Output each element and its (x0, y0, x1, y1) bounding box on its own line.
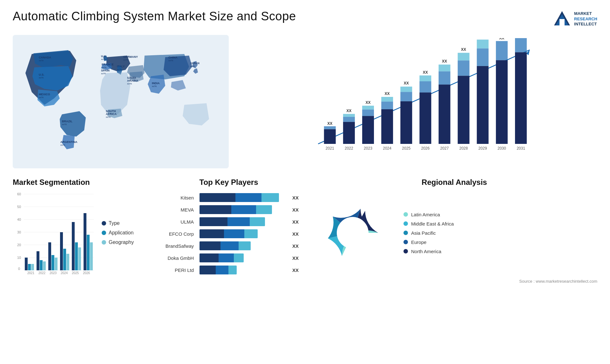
svg-rect-41 (400, 92, 412, 101)
page-header: Automatic Climbing System Market Size an… (13, 10, 597, 29)
svg-rect-32 (362, 106, 374, 110)
player-name-meva: MEVA (159, 207, 197, 212)
svg-rect-45 (419, 92, 431, 144)
svg-rect-107 (84, 213, 86, 270)
player-row-kitsen: Kitsen XX (159, 193, 299, 202)
reg-legend-mea: Middle East & Africa (403, 221, 454, 226)
player-bar-ulma (200, 217, 288, 226)
svg-rect-99 (60, 232, 63, 270)
svg-rect-103 (72, 222, 75, 270)
svg-text:xx%: xx% (190, 65, 195, 68)
regional-title: Regional Analysis (311, 178, 597, 187)
svg-rect-55 (458, 76, 470, 144)
svg-text:2023: 2023 (364, 146, 372, 151)
svg-text:XX: XX (404, 81, 409, 85)
svg-text:xx%: xx% (60, 144, 65, 146)
bottom-section: Market Segmentation 60 50 40 30 20 10 0 (13, 178, 597, 284)
svg-rect-35 (381, 109, 393, 144)
segmentation-svg: 60 50 40 30 20 10 0 (13, 192, 95, 274)
seg-chart: 60 50 40 30 20 10 0 (13, 192, 95, 274)
player-row-efco: EFCO Corp XX (159, 229, 299, 238)
player-row-brandsafway: BrandSafway XX (159, 241, 299, 250)
svg-text:2026: 2026 (83, 271, 90, 274)
italy-label: ITALY (117, 65, 125, 68)
players-panel: Top Key Players Kitsen XX MEVA (152, 178, 305, 278)
svg-rect-40 (400, 101, 412, 144)
map-svg: CANADA xx% U.S. xx% MEXICO xx% BRAZIL xx… (13, 35, 229, 168)
geography-dot (102, 240, 106, 245)
svg-rect-66 (496, 41, 508, 60)
regional-legend: Latin America Middle East & Africa Asia … (403, 212, 454, 254)
svg-text:20: 20 (17, 243, 21, 247)
svg-text:xx%: xx% (39, 96, 44, 99)
player-name-doka: Doka GmbH (159, 255, 197, 261)
logo: MARKET RESEARCH INTELLECT (552, 10, 597, 29)
svg-text:XX: XX (365, 100, 370, 105)
svg-text:2025: 2025 (72, 271, 79, 274)
bar-chart-container: XX 2021 XX 2022 XX 2023 XX 2024 XX (238, 35, 597, 168)
player-name-ulma: ULMA (159, 219, 197, 225)
svg-rect-36 (381, 102, 393, 109)
svg-text:XX: XX (346, 109, 351, 113)
svg-text:xx%: xx% (127, 82, 132, 85)
france-label: FRANCE (102, 63, 114, 66)
player-xx-peri: XX (292, 267, 299, 273)
svg-text:50: 50 (17, 205, 21, 209)
svg-rect-60 (477, 66, 489, 144)
northamerica-dot (403, 249, 408, 253)
svg-text:xx%: xx% (152, 85, 157, 88)
svg-rect-88 (28, 264, 31, 270)
top-section: CANADA xx% U.S. xx% MEXICO xx% BRAZIL xx… (13, 35, 597, 168)
svg-text:2022: 2022 (345, 146, 353, 151)
svg-text:2023: 2023 (50, 271, 57, 274)
donut-chart (311, 192, 394, 274)
segmentation-title: Market Segmentation (13, 178, 146, 187)
legend-type: Type (102, 220, 134, 226)
svg-rect-37 (381, 97, 393, 102)
svg-text:xx%: xx% (117, 68, 122, 71)
svg-text:XX: XX (442, 59, 447, 64)
argentina-label: ARGENTINA (60, 140, 78, 144)
svg-text:40: 40 (17, 218, 21, 221)
segmentation-panel: Market Segmentation 60 50 40 30 20 10 0 (13, 178, 146, 274)
latin-dot (403, 212, 408, 217)
player-row-doka: Doka GmbH XX (159, 253, 299, 262)
brazil-label: BRAZIL (62, 120, 72, 123)
svg-rect-65 (496, 60, 508, 144)
logo-text: MARKET RESEARCH INTELLECT (574, 11, 597, 27)
svg-text:2021: 2021 (326, 146, 334, 151)
svg-text:0: 0 (18, 267, 20, 271)
reg-legend-europe: Europe (403, 239, 454, 245)
canada-label: CANADA (39, 56, 51, 59)
svg-text:xx%: xx% (39, 59, 44, 62)
reg-legend-northamerica: North America (403, 249, 454, 254)
type-dot (102, 221, 106, 226)
svg-text:XX: XX (385, 91, 390, 96)
germany-label: GERMANY (123, 55, 138, 58)
player-xx-meva: XX (292, 207, 299, 212)
svg-text:xx%: xx% (102, 66, 106, 69)
svg-text:10: 10 (17, 256, 21, 260)
svg-rect-56 (458, 60, 470, 76)
legend-geography: Geography (102, 239, 134, 245)
svg-rect-47 (419, 75, 431, 81)
svg-rect-105 (78, 247, 81, 270)
player-row-meva: MEVA XX (159, 205, 299, 214)
svg-text:2029: 2029 (478, 146, 487, 151)
svg-rect-101 (66, 254, 69, 270)
svg-rect-93 (43, 261, 46, 270)
donut-svg (311, 192, 394, 274)
svg-text:XX: XX (480, 38, 485, 39)
seg-chart-area: 60 50 40 30 20 10 0 (13, 192, 146, 274)
player-row-peri: PERI Ltd XX (159, 266, 299, 274)
player-xx-ulma: XX (292, 219, 299, 225)
svg-text:xx%: xx% (168, 59, 173, 62)
spain-label: SPAIN (101, 69, 110, 72)
china-label: CHINA (168, 56, 178, 59)
svg-rect-108 (87, 235, 90, 270)
svg-rect-27 (343, 114, 355, 117)
svg-rect-57 (458, 53, 470, 60)
svg-rect-52 (439, 64, 451, 71)
svg-rect-96 (51, 255, 54, 270)
svg-rect-69 (515, 52, 527, 144)
